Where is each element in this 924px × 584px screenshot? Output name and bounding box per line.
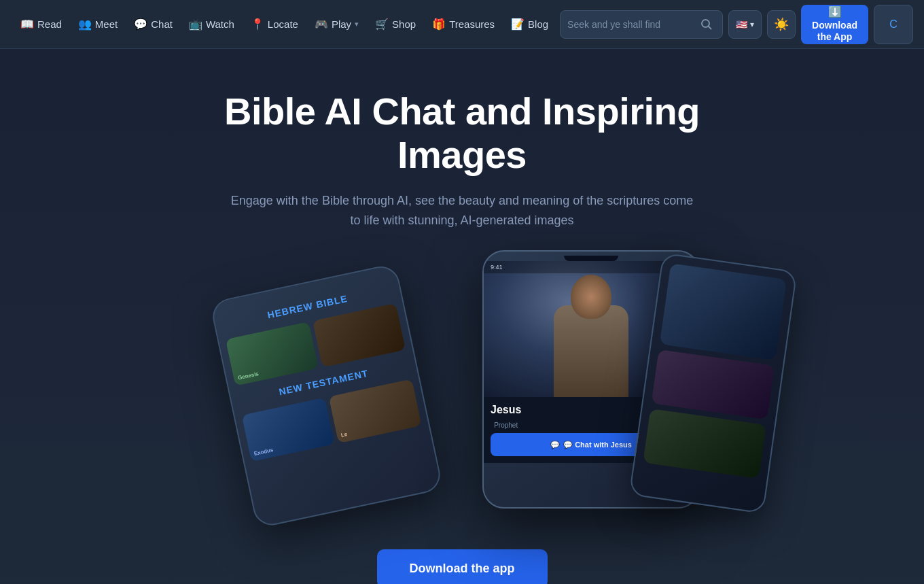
download-app-label: Download the App	[812, 20, 857, 43]
locate-icon: 📍	[251, 18, 264, 31]
nav-item-locate[interactable]: 📍 Locate	[244, 12, 305, 36]
chat-btn-icon: 💬	[550, 441, 560, 449]
watch-icon: 📺	[189, 18, 202, 31]
flag-icon: 🇺🇸	[736, 19, 747, 30]
phone-mockup-back: HEBREW BIBLE Genesis NEW TESTAMENT Exodu…	[209, 263, 444, 529]
phone-mockup-container: HEBREW BIBLE Genesis NEW TESTAMENT Exodu…	[224, 257, 700, 509]
download-icon: ⬇️	[828, 5, 842, 18]
nav-item-shop[interactable]: 🛒 Shop	[368, 12, 423, 36]
search-wrapper	[560, 10, 723, 39]
phone-card-le: Le	[340, 431, 348, 439]
shop-icon: 🛒	[375, 18, 389, 31]
hero-section: Bible AI Chat and Inspiring Images Engag…	[0, 49, 924, 584]
download-app-button[interactable]: ⬇️ Download the App	[801, 5, 868, 44]
meet-icon: 👥	[78, 18, 92, 31]
nav-search-area: 🇺🇸 ▾ ☀️ ⬇️ Download the App C	[560, 5, 913, 44]
phone-card-exodus: Exodus	[253, 447, 274, 458]
search-input[interactable]	[567, 19, 698, 30]
phone-time: 9:41	[491, 264, 503, 271]
search-button[interactable]	[698, 16, 715, 33]
cta-section: Download the app	[377, 536, 548, 584]
navbar: 📖 Read 👥 Meet 💬 Chat 📺 Watch 📍 Locate 🎮 …	[0, 0, 924, 49]
phone-notch	[564, 256, 618, 261]
phone-card-genesis: Genesis	[237, 371, 259, 381]
chevron-down-icon: ▾	[750, 20, 754, 29]
hero-title: Bible AI Chat and Inspiring Images	[156, 90, 768, 177]
blog-icon: 📝	[511, 18, 525, 31]
nav-item-blog[interactable]: 📝 Blog	[504, 12, 555, 36]
phone-prophet-label: Prophet	[491, 422, 521, 429]
nav-item-watch[interactable]: 📺 Watch	[182, 12, 241, 36]
nav-item-play[interactable]: 🎮 Play ▾	[308, 12, 366, 36]
nav-item-read[interactable]: 📖 Read	[14, 12, 69, 36]
theme-toggle-button[interactable]: ☀️	[767, 10, 796, 39]
treasures-icon: 🎁	[432, 18, 446, 31]
read-icon: 📖	[20, 18, 34, 31]
phone-jesus-title: Jesus	[491, 404, 521, 416]
play-icon: 🎮	[315, 18, 328, 31]
extra-menu-button[interactable]: C	[874, 5, 913, 44]
nav-item-treasures[interactable]: 🎁 Treasures	[425, 12, 501, 36]
chat-icon: 💬	[134, 18, 147, 31]
nav-item-chat[interactable]: 💬 Chat	[127, 12, 179, 36]
menu-icon: C	[889, 18, 898, 31]
hero-subtitle: Engage with the Bible through AI, see th…	[224, 191, 700, 230]
nav-item-meet[interactable]: 👥 Meet	[71, 12, 124, 36]
sun-icon: ☀️	[774, 17, 789, 32]
download-app-cta-button[interactable]: Download the app	[377, 549, 548, 584]
play-chevron: ▾	[355, 20, 359, 29]
language-dropdown[interactable]: 🇺🇸 ▾	[728, 10, 762, 39]
